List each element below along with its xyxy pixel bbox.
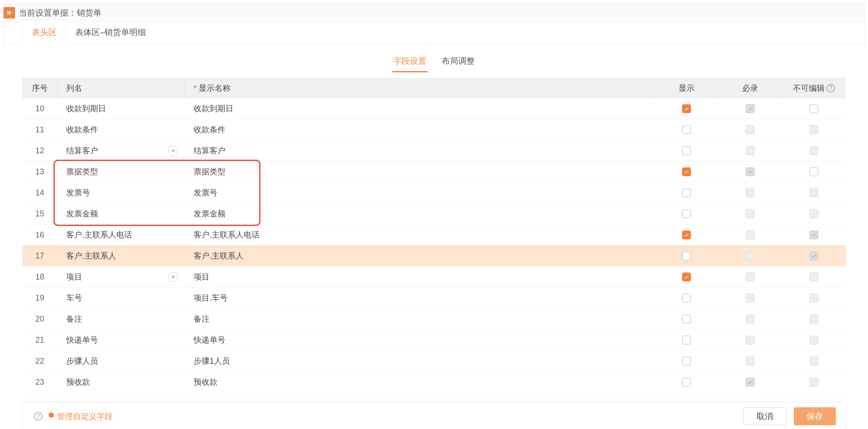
col-show-header: 显示 [655,78,718,98]
checkbox-readonly [809,230,818,239]
checkbox-show[interactable] [682,315,691,323]
table-row[interactable]: 19车号项目.车号 [22,287,846,309]
table-row[interactable]: 12结算客户+结算客户 [22,140,846,161]
cell-readonly [782,189,846,197]
row-display-name[interactable]: 收款条件 [185,124,655,135]
checkbox-show[interactable] [682,146,691,155]
help-icon[interactable]: ? [827,84,835,92]
row-display-name[interactable]: 客户.主联系人 [185,251,655,261]
chevron-right-double-icon [6,9,13,16]
checkbox-required [746,230,755,239]
row-name: 步骤人员 [57,356,185,366]
row-display-name[interactable]: 项目.车号 [185,293,655,303]
cell-readonly [782,146,846,155]
row-display-name[interactable]: 步骤1人员 [185,356,655,366]
manage-custom-fields-link[interactable]: 管理自定义字段 [47,411,113,422]
row-name: 项目+ [57,271,185,282]
cell-show [655,104,718,113]
table-row[interactable]: 17客户.主联系人客户.主联系人 [22,246,846,266]
checkbox-required [746,378,755,387]
checkbox-required [746,293,755,303]
row-display-name[interactable]: 结算客户 [185,145,655,156]
tab-1[interactable]: 表体区–销货单明细 [66,20,155,44]
table-row[interactable]: 13票据类型票据类型 [22,161,846,182]
cell-show [655,356,718,366]
field-table: 序号 列名 *显示名称 显示 必录 不可编辑? 10收款到期日收款到期日11收款… [22,78,846,393]
cancel-button[interactable]: 取消 [744,407,786,425]
cell-required [718,230,782,239]
table-row[interactable]: 15发票金额发票金额 [22,203,846,224]
cell-required [718,336,782,345]
checkbox-required [746,125,755,134]
col-display-header: *显示名称 [185,78,655,98]
subtab-0[interactable]: 字段设置 [392,54,428,73]
cell-readonly [782,293,846,303]
row-name: 客户.主联系人 [57,251,185,261]
row-display-name[interactable]: 项目 [185,271,655,282]
row-display-name[interactable]: 收款到期日 [185,103,655,114]
cell-show [655,167,718,176]
checkbox-required [746,189,755,197]
checkbox-show[interactable] [682,167,691,176]
cell-show [655,125,718,134]
table-row[interactable]: 20备注备注 [22,309,846,330]
row-name: 收款到期日 [57,103,185,114]
save-button[interactable]: 保存 [794,407,836,425]
row-name: 发票金额 [57,208,185,219]
table-row[interactable]: 10收款到期日收款到期日 [22,98,846,119]
table-row[interactable]: 23预收款预收款 [22,372,846,393]
checkbox-show[interactable] [682,356,691,366]
row-name: 备注 [57,314,185,324]
row-display-name[interactable]: 备注 [185,314,655,324]
manage-custom-fields-label: 管理自定义字段 [57,411,113,422]
page-title: 当前设置单据：销货单 [19,7,101,19]
table-row[interactable]: 14发票号发票号 [22,182,846,203]
title-value: 销货单 [77,8,101,18]
row-display-name[interactable]: 发票金额 [185,208,655,219]
checkbox-show[interactable] [682,209,691,218]
table-row[interactable]: 22步骤人员步骤1人员 [22,351,846,372]
checkbox-show[interactable] [682,252,691,260]
table-row[interactable]: 21快递单号快递单号 [22,330,846,351]
expand-sidebar-button[interactable] [3,7,15,19]
checkbox-show[interactable] [682,293,691,303]
checkbox-show[interactable] [682,230,691,239]
title-prefix: 当前设置单据： [19,8,77,18]
row-display-name[interactable]: 快递单号 [185,335,655,345]
table-row[interactable]: 18项目+项目 [22,266,846,287]
table-row[interactable]: 16客户.主联系人电话客户.主联系人电话 [22,224,846,246]
checkbox-readonly[interactable] [809,167,818,176]
tab-0[interactable]: 表头区 [23,20,66,45]
row-display-name[interactable]: 客户.主联系人电话 [185,229,655,240]
table-body: 10收款到期日收款到期日11收款条件收款条件12结算客户+结算客户13票据类型票… [22,98,846,393]
cell-readonly [782,167,846,176]
cell-required [718,356,782,366]
checkbox-readonly [809,252,818,260]
subtab-1[interactable]: 布局调整 [440,54,476,73]
cell-required [718,315,782,323]
row-name: 预收款 [57,377,185,387]
col-name-header: 列名 [57,78,185,98]
checkbox-show[interactable] [682,125,691,134]
cell-required [718,293,782,303]
row-display-name[interactable]: 票据类型 [185,166,655,177]
checkbox-show[interactable] [682,336,691,345]
help-icon[interactable]: ? [34,412,42,420]
add-subfield-button[interactable]: + [168,146,178,156]
cell-readonly [782,336,846,345]
row-seq: 15 [22,209,57,218]
row-display-name[interactable]: 预收款 [185,377,655,387]
row-seq: 18 [22,272,57,281]
cell-readonly [782,315,846,323]
checkbox-show[interactable] [682,104,691,113]
cell-show [655,189,718,197]
table-row[interactable]: 11收款条件收款条件 [22,119,846,140]
checkbox-show[interactable] [682,189,691,197]
checkbox-readonly [809,356,818,366]
add-subfield-button[interactable]: + [168,272,178,282]
checkbox-readonly[interactable] [809,104,818,113]
checkbox-show[interactable] [682,378,691,387]
row-seq: 22 [22,356,57,366]
checkbox-show[interactable] [682,273,691,281]
row-display-name[interactable]: 发票号 [185,188,655,198]
